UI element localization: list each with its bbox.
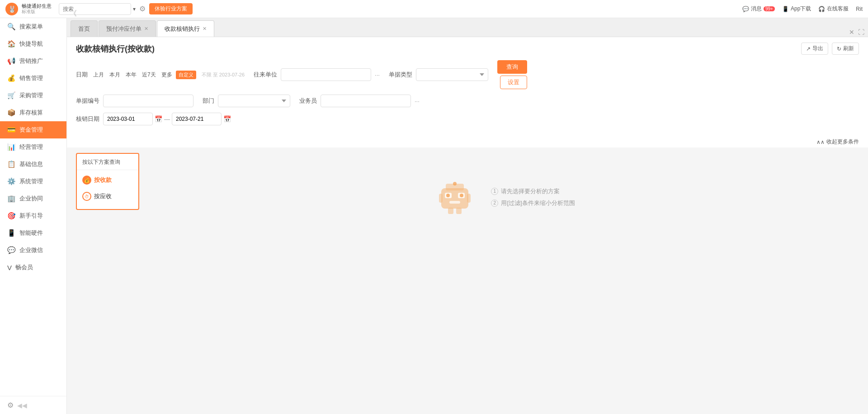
collapse-more-row: ∧∧ 收起更多条件 — [76, 136, 859, 148]
doc-type-filter: 单据类型 — [389, 68, 488, 81]
app-download-btn[interactable]: 📱 App下载 — [782, 5, 811, 13]
sidebar-item-wechat[interactable]: 💬 企业微信 — [0, 242, 66, 259]
sidebar-item-basic[interactable]: 📋 基础信息 — [0, 156, 66, 173]
sidebar-item-guide[interactable]: 🎯 新手引导 — [0, 207, 66, 224]
operation-icon: 📊 — [7, 143, 16, 151]
topbar: 🐰 畅捷通好生意 标准版 ▾ ⚙ 休验行业方案 💬 消息 99+ 📱 App下载… — [0, 0, 868, 18]
content-main: 1 请先选择要分析的方案 2 用[过滤]条件来缩小分析范围 — [139, 148, 868, 247]
finance-icon: 💳 — [7, 126, 16, 134]
date-btn-this-year[interactable]: 本年 — [124, 70, 138, 80]
sidebar-item-sales[interactable]: 💰 销售管理 — [0, 70, 66, 87]
tab-close-all-btn[interactable]: ✕ — [849, 29, 854, 36]
empty-state-inner: 1 请先选择要分析的方案 2 用[过滤]条件来缩小分析范围 — [432, 175, 575, 220]
date-btn-7days[interactable]: 近7天 — [140, 70, 158, 80]
settings-icon[interactable]: ⚙ — [139, 5, 146, 13]
sidebar-item-finance[interactable]: 💳 资金管理 — [0, 121, 66, 138]
collapse-more-btn[interactable]: ∧∧ 收起更多条件 — [816, 138, 859, 146]
left-panel: 按以下方案查询 💰 按收款 ⏱ 按应收 — [76, 153, 139, 210]
svg-rect-7 — [449, 201, 460, 204]
tab-home[interactable]: 首页 — [71, 20, 98, 37]
doc-type-select[interactable] — [416, 68, 488, 81]
sidebar-item-inventory[interactable]: 📦 库存核算 — [0, 104, 66, 121]
salesman-input[interactable] — [321, 95, 411, 107]
svg-rect-0 — [441, 188, 468, 209]
export-btn[interactable]: ↗ 导出 — [801, 43, 828, 55]
partner-input[interactable] — [281, 68, 371, 81]
marketing-icon: 📢 — [7, 57, 16, 65]
sidebar-collapse-btn[interactable]: ◀◀ — [17, 402, 27, 409]
dept-label: 部门 — [203, 97, 214, 105]
tab-expand-btn[interactable]: ⛶ — [858, 29, 864, 36]
date-btn-more[interactable]: 更多 — [160, 70, 174, 80]
sidebar-item-enterprise[interactable]: 🏢 企业协同 — [0, 190, 66, 207]
partner-filter: 往来单位 ··· — [254, 68, 380, 81]
verify-date-filter: 核销日期 📅 — 📅 — [76, 113, 231, 125]
tab-prepay-close[interactable]: ✕ — [144, 26, 148, 31]
salesman-label: 业务员 — [299, 97, 317, 105]
cal-start-icon[interactable]: 📅 — [155, 115, 162, 123]
partner-ellipsis[interactable]: ··· — [375, 71, 380, 78]
sidebar-item-quicknav[interactable]: 🏠 快捷导航 — [0, 35, 66, 52]
inventory-icon: 📦 — [7, 109, 16, 117]
sidebar-item-operation[interactable]: 📊 经营管理 — [0, 138, 66, 156]
main-layout: 🔍 搜索菜单 🏠 快捷导航 📢 营销推广 💰 销售管理 🛒 采购管理 📦 库存核… — [0, 18, 868, 414]
doc-type-label: 单据类型 — [389, 71, 412, 79]
refresh-btn[interactable]: ↻ 刷新 — [832, 43, 859, 55]
sidebar-item-marketing[interactable]: 📢 营销推广 — [0, 52, 66, 70]
sidebar-item-hardware[interactable]: 📱 智能硬件 — [0, 224, 66, 242]
guide-icon: 🎯 — [7, 212, 16, 220]
verify-date-start[interactable] — [103, 113, 153, 125]
cal-end-icon[interactable]: 📅 — [223, 115, 231, 123]
sidebar-item-purchase[interactable]: 🛒 采购管理 — [0, 87, 66, 104]
left-panel-item-receipt[interactable]: 💰 按收款 — [77, 172, 138, 188]
app-logo: 🐰 — [5, 3, 18, 15]
topbar-dropdown-btn[interactable]: ▾ — [133, 6, 136, 12]
partner-label: 往来单位 — [254, 71, 277, 79]
sidebar-item-search[interactable]: 🔍 搜索菜单 — [0, 18, 66, 35]
dept-select[interactable] — [218, 95, 290, 107]
empty-tips: 1 请先选择要分析的方案 2 用[过滤]条件来缩小分析范围 — [491, 186, 575, 209]
salesman-ellipsis[interactable]: ··· — [415, 98, 420, 105]
tab-receipt-close[interactable]: ✕ — [203, 26, 207, 31]
settings-filter-btn[interactable]: 设置 — [500, 76, 527, 89]
empty-state: 1 请先选择要分析的方案 2 用[过滤]条件来缩小分析范围 — [139, 148, 868, 247]
left-panel-title: 按以下方案查询 — [77, 158, 138, 170]
filter-row-3: 核销日期 📅 — 📅 — [76, 113, 859, 131]
query-btn[interactable]: 查询 — [497, 60, 527, 74]
settings-bottom-icon[interactable]: ⚙ — [7, 401, 14, 409]
search-icon: 🔍 — [7, 23, 16, 31]
date-btn-last-month[interactable]: 上月 — [91, 70, 106, 80]
tip-item-1: 1 请先选择要分析的方案 — [491, 186, 575, 197]
tab-bar: 首页 预付冲应付单 ✕ 收款核销执行 ✕ ✕ ⛶ — [67, 18, 868, 37]
service-icon: 🎧 — [818, 6, 825, 12]
online-service-btn[interactable]: 🎧 在线客服 — [818, 5, 849, 13]
svg-rect-9 — [467, 194, 471, 203]
message-icon: 💬 — [742, 6, 749, 12]
svg-point-6 — [460, 194, 463, 197]
doc-num-input[interactable] — [103, 95, 193, 107]
date-btn-this-month[interactable]: 本月 — [108, 70, 122, 80]
page-content: 收款核销执行(按收款) ↗ 导出 ↻ 刷新 — [67, 37, 868, 414]
message-btn[interactable]: 💬 消息 99+ — [742, 5, 775, 13]
verify-date-label: 核销日期 — [76, 115, 99, 123]
sidebar-item-system[interactable]: ⚙️ 系统管理 — [0, 173, 66, 190]
page-title-row: 收款核销执行(按收款) ↗ 导出 ↻ 刷新 — [76, 43, 859, 55]
date-buttons: 上月 本月 本年 近7天 更多 自定义 — [91, 70, 196, 80]
receivable-mode-icon: ⏱ — [82, 192, 91, 201]
date-btn-custom[interactable]: 自定义 — [176, 71, 196, 79]
user-name[interactable]: Rit — [856, 6, 863, 12]
purchase-icon: 🛒 — [7, 91, 16, 100]
svg-point-2 — [453, 182, 457, 186]
brand-name: 畅捷通好生意 标准版 — [22, 3, 52, 14]
query-actions: 查询 设置 — [497, 60, 527, 89]
industry-btn[interactable]: 休验行业方案 — [149, 3, 193, 14]
left-panel-item-receivable[interactable]: ⏱ 按应收 — [77, 188, 138, 205]
tab-prepay[interactable]: 预付冲应付单 ✕ — [99, 20, 156, 37]
svg-point-5 — [446, 194, 450, 197]
date-label: 日期 — [76, 71, 88, 79]
system-icon: ⚙️ — [7, 177, 16, 186]
sidebar-item-member[interactable]: V 畅会员 — [0, 259, 66, 276]
tab-receipt[interactable]: 收款核销执行 ✕ — [157, 20, 214, 37]
page-title: 收款核销执行(按收款) — [76, 43, 155, 54]
verify-date-end[interactable] — [172, 113, 222, 125]
